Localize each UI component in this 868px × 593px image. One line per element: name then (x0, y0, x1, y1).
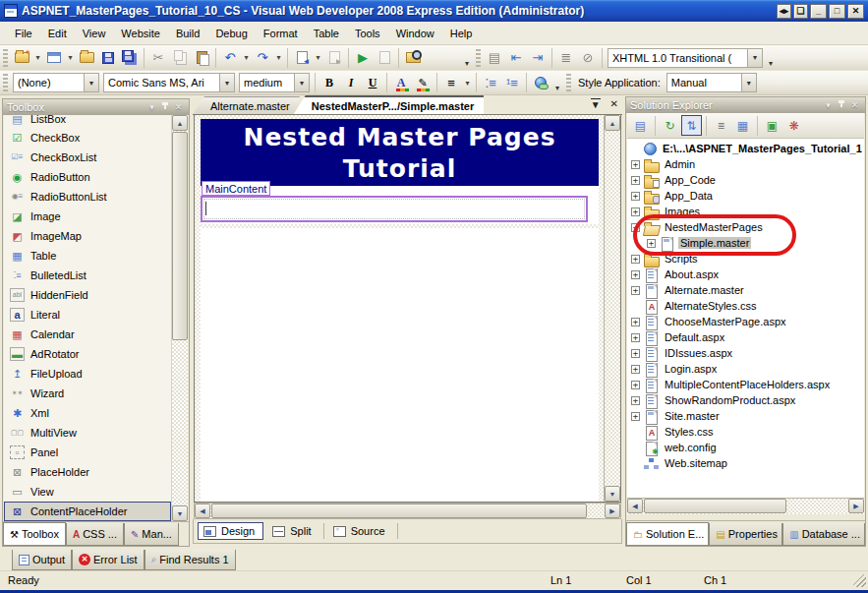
toolbar-overflow[interactable]: ▾ (765, 59, 777, 70)
tab-error-list[interactable]: ✕Error List (72, 550, 145, 570)
toolbox-item-xml[interactable]: ✱Xml (4, 403, 171, 423)
new-web-site-button[interactable] (11, 47, 32, 69)
refresh-button[interactable]: ↻ (660, 115, 680, 136)
tab-manage-styles[interactable]: ✎Man... (124, 523, 179, 546)
expander-icon[interactable]: + (631, 396, 640, 405)
menu-website[interactable]: Website (114, 25, 167, 42)
undo-dropdown[interactable]: ▾ (241, 47, 252, 69)
tree-item-app-code[interactable]: +App_Code (627, 172, 864, 188)
toolbox-item-hiddenfield[interactable]: ablHiddenField (4, 285, 171, 305)
toolbar-grip[interactable] (3, 49, 8, 67)
tree-item-alternatestyles-css[interactable]: AlternateStyles.css (627, 298, 864, 314)
scroll-left-icon[interactable]: ◀ (627, 499, 643, 513)
panel-menu-icon[interactable]: ▾ (145, 102, 158, 112)
comment-lines-button[interactable]: ≣ (555, 47, 577, 69)
pin-icon[interactable] (838, 100, 845, 110)
tab-find-results[interactable]: ⌕Find Results 1 (145, 550, 236, 570)
nest-related-files-button[interactable]: ⇅ (681, 115, 702, 136)
toolbox-item-wizard[interactable]: ✶✶Wizard (4, 384, 171, 403)
increase-indent-button[interactable]: ⇥ (527, 47, 549, 69)
menu-table[interactable]: Table (307, 25, 346, 42)
split-view-button[interactable]: Split (267, 523, 318, 539)
expander-icon[interactable]: + (631, 176, 640, 185)
menu-view[interactable]: View (76, 25, 113, 42)
tree-item-default-aspx[interactable]: +Default.aspx (627, 329, 864, 345)
remove-formatting-button[interactable]: ⊘ (577, 47, 599, 69)
panel-menu-icon[interactable]: ▾ (822, 100, 835, 110)
tree-item-alternate-master[interactable]: +Alternate.master (627, 282, 864, 298)
document-close-icon[interactable]: ✕ (610, 98, 618, 110)
toolbar-overflow[interactable]: ▾ (461, 59, 473, 70)
target-schema-select[interactable]: XHTML 1.0 Transitional ( ▾ (608, 48, 763, 68)
toolbox-item-listbox[interactable]: ▤ListBox (4, 115, 171, 128)
panel-close-icon[interactable]: ✕ (172, 102, 185, 112)
window-context-button[interactable]: ◂▸ (777, 4, 791, 19)
redo-dropdown[interactable]: ▾ (273, 47, 284, 69)
tab-alternate-master[interactable]: Alternate.master (193, 96, 300, 114)
tree-item-site-master[interactable]: +Site.master (627, 408, 864, 424)
view-designer-button[interactable]: ▦ (732, 115, 753, 136)
align-dropdown[interactable]: ▾ (462, 72, 473, 93)
toolbar-grip[interactable] (566, 74, 571, 91)
expander-icon[interactable]: + (631, 412, 640, 421)
maximize-button[interactable]: □ (829, 4, 845, 19)
copy-button[interactable] (169, 47, 191, 69)
paste-button[interactable] (191, 47, 212, 69)
navigate-backward-button[interactable] (291, 47, 313, 69)
scroll-right-icon[interactable]: ▶ (605, 504, 620, 518)
tab-solution-explorer[interactable]: 🗀Solution E... (626, 522, 709, 546)
minimize-button[interactable]: _ (810, 4, 827, 19)
expander-icon[interactable]: + (631, 381, 640, 389)
tab-simple-master[interactable]: NestedMasterP.../Simple.master (294, 95, 484, 114)
scrollbar-thumb[interactable] (211, 504, 587, 518)
design-view-button[interactable]: Design (198, 522, 263, 540)
editor-horizontal-scrollbar[interactable]: ◀ ▶ (194, 503, 621, 519)
menu-build[interactable]: Build (169, 25, 206, 42)
toolbox-item-calendar[interactable]: ▦Calendar (4, 325, 171, 344)
numbered-list-button[interactable]: ¹≡ (501, 72, 523, 93)
redo-button[interactable]: ↷ (252, 47, 273, 69)
tree-item-styles-css[interactable]: Styles.css (627, 424, 864, 440)
toolbox-item-fileupload[interactable]: ↥FileUpload (4, 364, 171, 384)
toolbox-item-image[interactable]: ◪Image (4, 207, 171, 226)
panel-close-icon[interactable]: ✕ (848, 100, 861, 110)
scrollbar-thumb[interactable] (172, 132, 188, 340)
find-in-files-button[interactable] (402, 47, 424, 69)
document-list-icon[interactable]: ▼ (591, 98, 601, 110)
toolbox-item-imagemap[interactable]: ◩ImageMap (4, 226, 171, 246)
toolbar-grip[interactable] (476, 49, 481, 67)
tree-item-root[interactable]: E:\...\ASPNET_MasterPages_Tutorial_1 (627, 141, 864, 156)
italic-button[interactable]: I (340, 72, 362, 93)
toolbox-item-bulletedlist[interactable]: ⁚≡BulletedList (4, 266, 171, 285)
cut-button[interactable]: ✂ (147, 47, 169, 69)
navigate-forward-button[interactable] (323, 47, 345, 69)
resize-grip[interactable] (853, 574, 866, 587)
font-size-select[interactable]: medium ▾ (239, 73, 310, 92)
expander-icon[interactable]: + (631, 349, 640, 358)
tree-item-showrandomproduct-aspx[interactable]: +ShowRandomProduct.aspx (627, 392, 864, 408)
toolbox-item-adrotator[interactable]: ▬AdRotator (4, 344, 171, 364)
toolbox-item-multiview[interactable]: ▢▢MultiView (4, 423, 171, 443)
undo-button[interactable]: ↶ (219, 47, 241, 69)
view-in-browser-button[interactable] (374, 47, 395, 69)
close-button[interactable]: ✕ (847, 4, 864, 19)
scroll-down-icon[interactable]: ▼ (605, 486, 620, 502)
navigate-backward-dropdown[interactable]: ▾ (313, 47, 323, 69)
font-name-select[interactable]: Comic Sans MS, Ari ▾ (103, 73, 235, 92)
toolbox-scrollbar[interactable]: ▲ ▼ (171, 115, 188, 521)
block-format-button[interactable]: ▤ (484, 47, 505, 69)
menu-window[interactable]: Window (389, 25, 441, 42)
font-color-button[interactable]: A (390, 72, 412, 93)
tab-properties[interactable]: ▤Properties (709, 523, 782, 546)
expander-icon[interactable]: + (631, 208, 640, 216)
expander-icon[interactable]: + (631, 365, 640, 374)
toolbox-header[interactable]: Toolbox ▾ ✕ (3, 99, 189, 115)
tab-toolbox[interactable]: ⚒Toolbox (3, 522, 66, 546)
add-new-item-dropdown[interactable]: ▾ (65, 47, 76, 69)
menu-help[interactable]: Help (443, 25, 480, 42)
menu-tools[interactable]: Tools (348, 25, 387, 42)
tree-item-idissues-aspx[interactable]: +IDIssues.aspx (627, 345, 864, 361)
menu-debug[interactable]: Debug (208, 25, 254, 42)
save-all-button[interactable] (119, 47, 141, 69)
style-application-select[interactable]: Manual ▾ (666, 73, 757, 92)
